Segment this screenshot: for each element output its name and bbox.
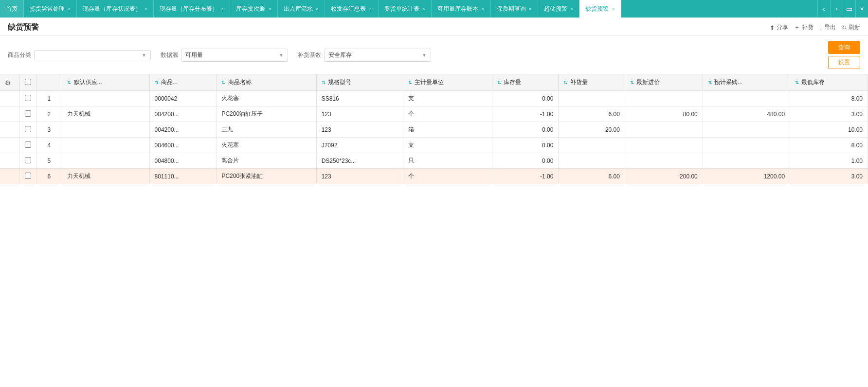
tab-home[interactable]: 首页 bbox=[0, 0, 24, 18]
tab-bar: 首页 拣货异常处理 × 现存量（库存状况表） × 现存量（库存分布表） × 库存… bbox=[0, 0, 868, 18]
th-gear: ⚙ bbox=[0, 74, 19, 91]
tab-expiry-close[interactable]: × bbox=[529, 6, 532, 12]
row-goods-name-1: PC200油缸压子 bbox=[217, 106, 316, 122]
tab-inout[interactable]: 出入库流水 × bbox=[278, 0, 325, 18]
tab-shortage[interactable]: 缺货预警 × bbox=[579, 0, 621, 18]
replenish-sort-icon: ⇅ bbox=[563, 80, 567, 85]
est-purchase-sort-icon: ⇅ bbox=[708, 80, 712, 85]
row-num-3: 4 bbox=[36, 138, 62, 153]
datasource-select[interactable]: 可用量 ▼ bbox=[181, 49, 288, 62]
category-label: 商品分类 bbox=[8, 51, 31, 59]
row-spec-3: J7092 bbox=[316, 138, 403, 153]
tab-collect[interactable]: 收发存汇总表 × bbox=[325, 0, 378, 18]
row-goods-name-2: 三九 bbox=[217, 122, 316, 138]
th-stock[interactable]: ⇅ 库存量 bbox=[492, 74, 559, 91]
tab-batch-label: 库存批次账 bbox=[236, 5, 265, 13]
row-spec-5: 123 bbox=[316, 169, 403, 184]
tab-demand[interactable]: 要货单统计表 × bbox=[379, 0, 432, 18]
row-goods-code-2: 004200... bbox=[149, 122, 217, 138]
tab-stock-status[interactable]: 现存量（库存状况表） × bbox=[77, 0, 153, 18]
share-button[interactable]: ⬆ 分享 bbox=[770, 23, 788, 32]
tab-batch[interactable]: 库存批次账 × bbox=[230, 0, 277, 18]
th-unit[interactable]: ⇅ 主计量单位 bbox=[403, 74, 492, 91]
header-actions: ⬆ 分享 ＋ 补货 ↓ 导出 ↻ 刷新 bbox=[770, 23, 860, 32]
row-supplier-4 bbox=[62, 153, 149, 169]
row-num-0: 1 bbox=[36, 91, 62, 106]
th-goods-name[interactable]: ⇅ 商品名称 bbox=[217, 74, 316, 91]
row-latest-price-2 bbox=[625, 122, 703, 138]
tab-inout-close[interactable]: × bbox=[316, 6, 319, 12]
replenish-label: 补货 bbox=[802, 23, 814, 32]
row-checkbox-1[interactable] bbox=[19, 106, 36, 122]
table-row: 2 力天机械 004200... PC200油缸压子 123 个 -1.00 6… bbox=[0, 106, 868, 122]
refresh-label: 刷新 bbox=[849, 23, 860, 32]
latest-price-sort-icon: ⇅ bbox=[630, 80, 634, 85]
row-gear-2 bbox=[0, 122, 19, 138]
tab-exception-close[interactable]: × bbox=[68, 6, 71, 12]
row-replenish-5: 6.00 bbox=[559, 169, 625, 184]
goods-code-sort-icon: ⇅ bbox=[155, 80, 159, 85]
th-goods-code[interactable]: ⇅ 商品... bbox=[149, 74, 217, 91]
filter-category-group: 商品分类 ▼ bbox=[8, 50, 151, 60]
tab-nav-buttons: ‹ › ▭ × bbox=[817, 0, 868, 18]
tab-overstock[interactable]: 超储预警 × bbox=[538, 0, 579, 18]
row-checkbox-5[interactable] bbox=[19, 169, 36, 184]
th-replenish[interactable]: ⇅ 补货量 bbox=[559, 74, 625, 91]
replenish-button[interactable]: ＋ 补货 bbox=[794, 23, 814, 32]
tab-available-close[interactable]: × bbox=[481, 6, 484, 12]
row-checkbox-2[interactable] bbox=[19, 122, 36, 138]
tab-exception[interactable]: 拣货异常处理 × bbox=[24, 0, 77, 18]
th-supplier[interactable]: ⇅ 默认供应... bbox=[62, 74, 149, 91]
category-select[interactable]: ▼ bbox=[34, 50, 151, 60]
select-all-checkbox[interactable] bbox=[25, 79, 31, 85]
tab-overstock-close[interactable]: × bbox=[570, 6, 573, 12]
tab-demand-close[interactable]: × bbox=[422, 6, 425, 12]
main-content: 缺货预警 ⬆ 分享 ＋ 补货 ↓ 导出 ↻ 刷新 商品分类 bbox=[0, 18, 868, 387]
replenish-base-value: 安全库存 bbox=[328, 51, 352, 59]
tab-available[interactable]: 可用量库存账本 × bbox=[432, 0, 490, 18]
refresh-button[interactable]: ↻ 刷新 bbox=[842, 23, 860, 32]
th-est-purchase[interactable]: ⇅ 预计采购... bbox=[703, 74, 790, 91]
tab-close-button[interactable]: × bbox=[855, 0, 868, 18]
th-spec[interactable]: ⇅ 规格型号 bbox=[316, 74, 403, 91]
th-latest-price[interactable]: ⇅ 最新进价 bbox=[625, 74, 703, 91]
tab-prev-button[interactable]: ‹ bbox=[817, 0, 830, 18]
tab-collect-label: 收发存汇总表 bbox=[331, 5, 366, 13]
tab-shortage-close[interactable]: × bbox=[612, 6, 615, 12]
tab-expiry[interactable]: 保质期查询 × bbox=[491, 0, 538, 18]
row-select-0[interactable] bbox=[25, 95, 31, 101]
tab-collect-close[interactable]: × bbox=[369, 6, 372, 12]
filter-bar: 商品分类 ▼ 数据源 可用量 ▼ 补货基数 安全库存 ▼ 查询 设置 bbox=[0, 36, 868, 74]
row-checkbox-3[interactable] bbox=[19, 138, 36, 153]
row-select-4[interactable] bbox=[25, 157, 31, 163]
page-header: 缺货预警 ⬆ 分享 ＋ 补货 ↓ 导出 ↻ 刷新 bbox=[0, 18, 868, 36]
row-goods-name-5: PC200张紧油缸 bbox=[217, 169, 316, 184]
row-checkbox-0[interactable] bbox=[19, 91, 36, 106]
settings-button[interactable]: 设置 bbox=[828, 56, 860, 69]
row-min-stock-2: 10.00 bbox=[790, 122, 868, 138]
row-select-2[interactable] bbox=[25, 126, 31, 132]
row-stock-2: 0.00 bbox=[492, 122, 559, 138]
row-select-3[interactable] bbox=[25, 141, 31, 148]
export-icon: ↓ bbox=[819, 24, 822, 31]
row-supplier-2 bbox=[62, 122, 149, 138]
row-select-5[interactable] bbox=[25, 173, 31, 179]
table-row: 6 力天机械 801110... PC200张紧油缸 123 个 -1.00 6… bbox=[0, 169, 868, 184]
replenish-base-select[interactable]: 安全库存 ▼ bbox=[324, 49, 431, 62]
row-goods-code-4: 004800... bbox=[149, 153, 217, 169]
row-min-stock-1: 3.00 bbox=[790, 106, 868, 122]
tab-stock-dist-close[interactable]: × bbox=[221, 6, 224, 12]
tab-stock-dist[interactable]: 现存量（库存分布表） × bbox=[154, 0, 230, 18]
tab-batch-close[interactable]: × bbox=[268, 6, 271, 12]
tab-restore-button[interactable]: ▭ bbox=[843, 0, 855, 18]
export-button[interactable]: ↓ 导出 bbox=[819, 23, 836, 32]
tab-home-label: 首页 bbox=[6, 5, 18, 13]
tab-stock-status-close[interactable]: × bbox=[144, 6, 147, 12]
query-button[interactable]: 查询 bbox=[828, 41, 860, 54]
row-select-1[interactable] bbox=[25, 110, 31, 117]
tab-next-button[interactable]: › bbox=[830, 0, 843, 18]
th-min-stock[interactable]: ⇅ 最低库存 bbox=[790, 74, 868, 91]
row-checkbox-4[interactable] bbox=[19, 153, 36, 169]
row-gear-4 bbox=[0, 153, 19, 169]
column-settings-icon[interactable]: ⚙ bbox=[5, 79, 11, 87]
